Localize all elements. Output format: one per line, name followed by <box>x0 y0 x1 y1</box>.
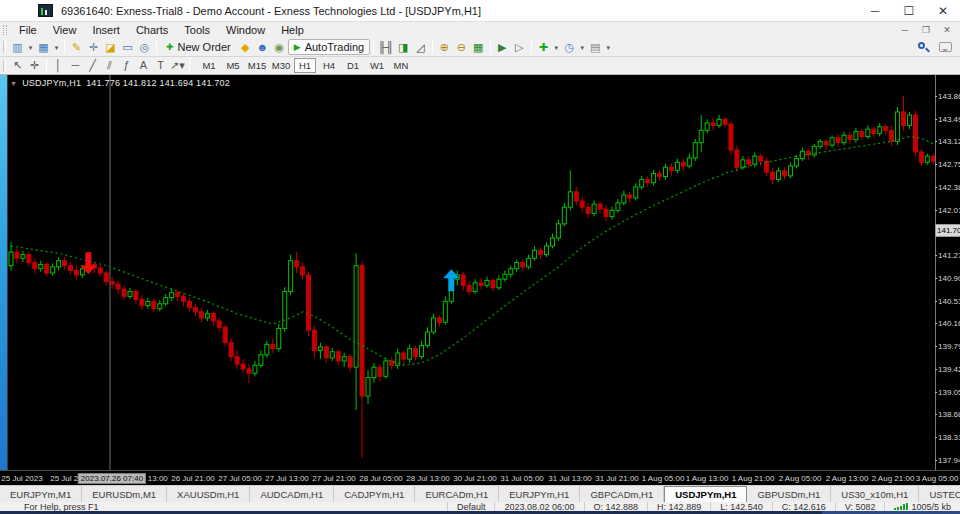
timeframe-button-m30[interactable]: M30 <box>270 58 292 73</box>
periods-icon[interactable]: ◷ <box>561 39 578 55</box>
chart-tab-gbpusdm-h1[interactable]: GBPUSDm,H1 <box>747 486 831 502</box>
timeframe-button-d1[interactable]: D1 <box>342 58 364 73</box>
indicators-icon[interactable]: ✚ <box>535 39 552 55</box>
collapse-arrow-icon[interactable]: ▼ <box>10 80 17 87</box>
indicators-dropdown-icon[interactable]: ▾ <box>552 39 561 55</box>
menu-item-tools[interactable]: Tools <box>176 23 218 37</box>
maximize-button[interactable]: ☐ <box>892 0 926 21</box>
templates-icon[interactable]: ▤ <box>587 39 604 55</box>
community-icon[interactable]: ☻ <box>254 39 271 55</box>
chat-icon[interactable] <box>939 42 952 52</box>
candle-body <box>223 327 227 342</box>
timeframe-button-m5[interactable]: M5 <box>222 58 244 73</box>
connection-speed-label: 1005/5 kb <box>911 502 951 511</box>
tile-windows-icon[interactable]: ▦ <box>470 39 487 55</box>
status-segment: L: 142.540 <box>710 502 772 511</box>
profiles-dropdown-icon[interactable]: ▾ <box>52 39 61 55</box>
new-order-button[interactable]: ✚New Order <box>160 39 237 55</box>
menu-item-insert[interactable]: Insert <box>84 23 128 37</box>
chart-tab-eurcadm-h1[interactable]: EURCADm,H1 <box>415 486 499 502</box>
chart-tab-gbpcadm-h1[interactable]: GBPCADm,H1 <box>580 486 664 502</box>
auto-scroll-icon[interactable]: ▶ <box>494 39 511 55</box>
time-tick-label: 27 Jul 05:00 <box>218 474 262 483</box>
periods-dropdown-icon[interactable]: ▾ <box>578 39 587 55</box>
candle-body <box>324 347 328 358</box>
channel-tool-icon[interactable]: ⫽ <box>101 58 118 74</box>
candle-body <box>283 291 287 328</box>
market-watch-icon[interactable]: ✎ <box>68 39 85 55</box>
candle-body <box>146 301 150 305</box>
candle-body <box>461 275 465 285</box>
crosshair-tool-icon[interactable]: ✛ <box>26 58 43 74</box>
label-tool-icon[interactable]: T <box>152 58 169 74</box>
menu-item-charts[interactable]: Charts <box>128 23 176 37</box>
candle-body <box>848 135 852 139</box>
chart-tab-eurjpym-h1[interactable]: EURJPYm,H1 <box>499 486 580 502</box>
close-button[interactable]: ✕ <box>926 0 960 21</box>
new-chart-icon[interactable]: ▥ <box>9 39 26 55</box>
mdi-restore-icon[interactable]: ❐ <box>919 25 933 35</box>
profiles-icon[interactable]: ▦ <box>35 39 52 55</box>
menu-item-file[interactable]: File <box>11 23 45 37</box>
shapes-dropdown-icon[interactable]: ➚▾ <box>169 58 186 74</box>
horizontal-line-tool-icon[interactable]: ─ <box>67 58 84 74</box>
chart-tab-ustec-x100m-h1[interactable]: USTEC_x100m,H1 <box>919 486 960 502</box>
vertical-line-tool-icon[interactable]: │ <box>50 58 67 74</box>
candle-body <box>634 187 638 198</box>
autotrading-button-label: AutoTrading <box>305 41 365 53</box>
mdi-close-icon[interactable]: ✕ <box>940 25 954 35</box>
search-icon[interactable] <box>917 41 929 53</box>
menu-item-help[interactable]: Help <box>273 23 312 37</box>
candle-body <box>884 127 888 131</box>
price-tick-label: 139.790 <box>938 342 960 351</box>
candle-body <box>794 159 798 166</box>
strategy-tester-icon[interactable]: ◎ <box>136 39 153 55</box>
chart-tab-xauusdm-h1[interactable]: XAUUSDm,H1 <box>167 486 250 502</box>
minimize-button[interactable]: ─ <box>858 0 892 21</box>
candle-body <box>747 160 751 164</box>
candlestick-chart[interactable] <box>8 75 935 470</box>
terminal-icon[interactable]: ▭ <box>119 39 136 55</box>
mdi-minimize-icon[interactable]: ─ <box>898 25 912 35</box>
menu-item-view[interactable]: View <box>45 23 85 37</box>
timeframe-button-m1[interactable]: M1 <box>198 58 220 73</box>
chart-shift-icon[interactable]: ▷ <box>511 39 528 55</box>
chart-tab-eurjpym-m1[interactable]: EURJPYm,M1 <box>0 486 82 502</box>
timeframe-button-h4[interactable]: H4 <box>318 58 340 73</box>
timeframe-button-w1[interactable]: W1 <box>366 58 388 73</box>
chart-tab-eurusdm-m1[interactable]: EURUSDm,M1 <box>82 486 167 502</box>
chart-tab-audcadm-h1[interactable]: AUDCADm,H1 <box>250 486 334 502</box>
candle-body <box>247 369 251 373</box>
candle-body <box>229 343 233 357</box>
bar-chart-mode-icon[interactable]: ╟╢ <box>377 39 395 55</box>
timeframe-button-m15[interactable]: M15 <box>246 58 268 73</box>
cursor-tool-icon[interactable]: ↖ <box>9 58 26 74</box>
chart-tab-usdjpym-h1[interactable]: USDJPYm,H1 <box>664 486 747 502</box>
mql5-web-icon[interactable]: ◉ <box>271 39 288 55</box>
metaeditor-icon[interactable]: ◆ <box>237 39 254 55</box>
text-tool-icon[interactable]: A <box>135 58 152 74</box>
trendline-tool-icon[interactable]: ╱ <box>84 58 101 74</box>
time-tick-label: 31 Jul 13:00 <box>548 474 592 483</box>
menu-item-window[interactable]: Window <box>218 23 273 37</box>
line-chart-mode-icon[interactable]: ◿ <box>412 39 429 55</box>
candle-body <box>860 132 864 137</box>
chart-tab-cadjpym-h1[interactable]: CADJPYm,H1 <box>334 486 415 502</box>
chart-area[interactable]: ▼ USDJPYm,H1 141.776 141.812 141.694 141… <box>0 75 960 470</box>
autotrading-button[interactable]: ▶AutoTrading <box>288 39 370 55</box>
candlestick-mode-icon[interactable]: ◨ <box>395 39 412 55</box>
zoom-in-icon[interactable]: ⊕ <box>436 39 453 55</box>
data-window-icon[interactable]: ✛ <box>85 39 102 55</box>
candle-body <box>497 279 501 288</box>
candle-body <box>307 275 311 330</box>
zoom-out-icon[interactable]: ⊖ <box>453 39 470 55</box>
timeframe-button-h1[interactable]: H1 <box>294 58 316 73</box>
chart-tab-us30-x10m-h1[interactable]: US30_x10m,H1 <box>831 486 919 502</box>
fibonacci-tool-icon[interactable]: ƒ <box>118 58 135 74</box>
templates-dropdown-icon[interactable]: ▾ <box>604 39 613 55</box>
navigator-icon[interactable]: ◪ <box>102 39 119 55</box>
candle-body <box>503 274 507 279</box>
candle-body <box>818 141 822 146</box>
timeframe-button-mn[interactable]: MN <box>390 58 412 73</box>
new-chart-dropdown-icon[interactable]: ▾ <box>26 39 35 55</box>
